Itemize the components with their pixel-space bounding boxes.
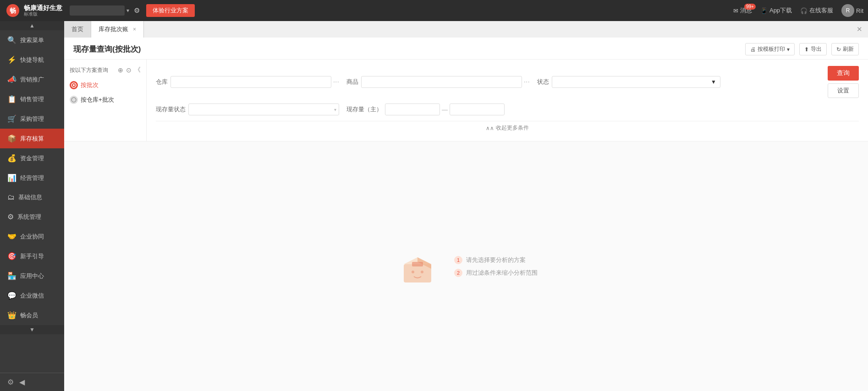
sidebar-item-label: 搜索菜单: [20, 36, 44, 44]
add-scheme-icon[interactable]: ⊕: [118, 66, 123, 74]
chevron-up-icon: ∧∧: [486, 125, 494, 131]
online-service-label: 在线客服: [809, 6, 833, 15]
stock-status-select[interactable]: [188, 103, 339, 115]
tab-inventory-batch[interactable]: 库存批次账 ×: [91, 21, 144, 38]
svg-rect-8: [412, 262, 423, 266]
topbar-search-area: ▾ ⚙: [70, 5, 140, 16]
app-download-label: App下载: [769, 6, 792, 15]
sidebar-item-label: 资金管理: [20, 154, 44, 163]
page-title: 现存量查询(按批次): [73, 44, 745, 54]
stock-qty-dash: —: [440, 106, 450, 113]
scheme-item-batch[interactable]: 按批次: [64, 78, 146, 92]
brand-info: 畅康通好生意 标准版: [24, 4, 62, 17]
query-button[interactable]: 查询: [828, 66, 859, 81]
warehouse-more-icon[interactable]: ···: [333, 78, 339, 86]
search-icon: 🔍: [7, 36, 16, 44]
collapse-more-conditions[interactable]: ∧∧ 收起更多条件: [156, 121, 859, 135]
newbie-icon: 🎯: [7, 252, 16, 261]
empty-tip-2-text: 用过滤条件来缩小分析范围: [466, 269, 538, 277]
scheme-settings-icon[interactable]: ⊙: [126, 66, 132, 74]
messages-item[interactable]: ✉ 消息 99+: [733, 6, 752, 15]
filter-row-2: 现存量状态 ▾ 现存量（主） —: [156, 103, 859, 115]
status-select[interactable]: ▼: [552, 76, 720, 88]
topbar-search-input[interactable]: [70, 5, 125, 16]
warehouse-label: 仓库: [156, 78, 168, 86]
status-label: 状态: [537, 78, 549, 86]
empty-state: 1 请先选择要分析的方案 2 用过滤条件来缩小分析范围: [64, 141, 868, 391]
sidebar-item-purchase[interactable]: 🛒 采购管理: [0, 109, 64, 129]
lightning-icon: ⚡: [7, 55, 16, 64]
sales-icon: 📋: [7, 95, 16, 103]
print-dropdown-icon[interactable]: ▾: [787, 46, 790, 53]
app-download-item[interactable]: 📱 App下载: [760, 6, 792, 15]
topbar-gear-icon[interactable]: ⚙: [134, 6, 140, 15]
user-profile-item[interactable]: R Rit: [841, 4, 863, 17]
sidebar-item-label: 采购管理: [20, 115, 44, 123]
scheme-icon-red: [70, 81, 78, 89]
sidebar-item-search[interactable]: 🔍 搜索菜单: [0, 30, 64, 50]
filter-group-status: 状态 ▼: [537, 76, 720, 88]
svg-rect-5: [404, 264, 431, 282]
sidebar-item-member[interactable]: 👑 畅会员: [0, 305, 64, 325]
wechat-icon: 💬: [7, 291, 16, 300]
marketing-icon: 📣: [7, 75, 16, 84]
filters-layout: 按以下方案查询 ⊕ ⊙ 《 按批次: [64, 60, 868, 141]
sidebar-item-inventory[interactable]: 📦 库存核算: [0, 129, 64, 148]
phone-icon: 📱: [760, 7, 768, 14]
filter-group-stock-status: 现存量状态 ▾: [156, 103, 339, 115]
scheme-collapse-icon[interactable]: 《: [134, 66, 141, 74]
sidebar-item-label: 畅会员: [20, 311, 38, 320]
export-button[interactable]: ⬆ 导出: [799, 43, 827, 55]
product-input[interactable]: [361, 76, 522, 88]
warehouse-input[interactable]: [170, 76, 331, 88]
experience-industry-button[interactable]: 体验行业方案: [146, 4, 195, 17]
scheme-panel: 按以下方案查询 ⊕ ⊙ 《 按批次: [64, 60, 147, 141]
sidebar-item-appstore[interactable]: 🏪 应用中心: [0, 266, 64, 286]
svg-point-9: [412, 271, 414, 273]
sidebar-item-marketing[interactable]: 📣 营销推广: [0, 70, 64, 89]
page-content: 现存量查询(按批次) 🖨 按模板打印 ▾ ⬆ 导出 ↻ 刷新: [64, 38, 868, 391]
purchase-icon: 🛒: [7, 114, 16, 123]
sidebar: ▲ 🔍 搜索菜单 ⚡ 快捷导航 📣 营销推广 📋 销售管理 🛒 采购管理 📦 库…: [0, 21, 64, 391]
sidebar-item-sales[interactable]: 📋 销售管理: [0, 89, 64, 109]
sidebar-settings-icon[interactable]: ⚙: [7, 378, 14, 386]
sidebar-item-basic[interactable]: 🗂 基础信息: [0, 188, 64, 207]
tab-bar: 首页 库存批次账 × ✕: [64, 21, 868, 38]
sidebar-scroll-down[interactable]: ▼: [0, 325, 64, 334]
finance-icon: 💰: [7, 154, 16, 163]
sidebar-item-enterprise[interactable]: 🤝 企业协同: [0, 227, 64, 246]
sidebar-item-shortcut[interactable]: ⚡ 快捷导航: [0, 50, 64, 70]
main-layout: ▲ 🔍 搜索菜单 ⚡ 快捷导航 📣 营销推广 📋 销售管理 🛒 采购管理 📦 库…: [0, 21, 868, 391]
stock-qty-max-input[interactable]: [450, 103, 505, 115]
export-icon: ⬆: [804, 46, 809, 53]
inventory-icon: 📦: [7, 134, 16, 143]
tab-home[interactable]: 首页: [64, 21, 91, 38]
appstore-icon: 🏪: [7, 272, 16, 280]
tab-close-icon[interactable]: ×: [133, 26, 136, 33]
stock-qty-min-input[interactable]: [385, 103, 440, 115]
sidebar-scroll-up[interactable]: ▲: [0, 21, 64, 30]
svg-point-10: [421, 271, 423, 273]
sidebar-item-finance[interactable]: 💰 资金管理: [0, 148, 64, 168]
topbar-chevron-icon[interactable]: ▾: [126, 7, 129, 14]
basic-icon: 🗂: [7, 193, 15, 201]
print-button[interactable]: 🖨 按模板打印 ▾: [745, 43, 795, 55]
product-more-icon[interactable]: ···: [524, 78, 530, 86]
sidebar-item-label: 经营管理: [20, 174, 44, 182]
tab-panel-close-button[interactable]: ✕: [851, 21, 868, 38]
sidebar-item-system[interactable]: ⚙ 系统管理: [0, 207, 64, 227]
sidebar-item-operation[interactable]: 📊 经营管理: [0, 168, 64, 188]
refresh-button[interactable]: ↻ 刷新: [831, 43, 859, 55]
scheme-header: 按以下方案查询 ⊕ ⊙ 《: [64, 64, 146, 78]
settings-button[interactable]: 设置: [828, 83, 859, 98]
sidebar-item-label: 企业协同: [20, 233, 44, 241]
sidebar-collapse-icon[interactable]: ◀: [19, 378, 25, 386]
collapse-label: 收起更多条件: [496, 124, 529, 132]
online-service-item[interactable]: 🎧 在线客服: [800, 6, 833, 15]
sidebar-item-label: 快捷导航: [20, 56, 44, 64]
filters-right: 仓库 ··· 商品 ··· 状态: [147, 60, 868, 141]
sidebar-item-newbie[interactable]: 🎯 新手引导: [0, 246, 64, 266]
sidebar-item-wechat[interactable]: 💬 企业微信: [0, 286, 64, 305]
scheme-item-warehouse-batch[interactable]: 按仓库+批次: [64, 92, 146, 107]
username: Rit: [856, 7, 863, 14]
